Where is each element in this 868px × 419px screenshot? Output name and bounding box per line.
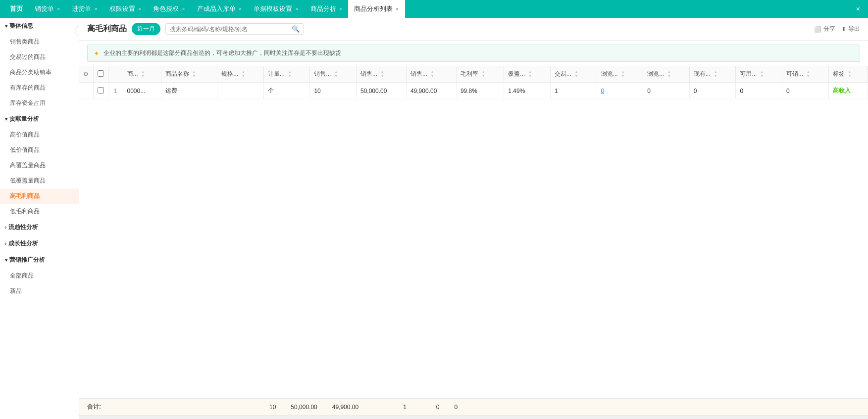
chevron-right-icon: ›: [5, 241, 6, 246]
sidebar-group-contribution[interactable]: ▾ 贡献量分析: [0, 111, 79, 127]
row-unit: 个: [263, 83, 310, 99]
close-icon[interactable]: ×: [396, 6, 399, 12]
horizontal-scrollbar[interactable]: [79, 415, 868, 419]
col-gross-rate[interactable]: 毛利率 ▲▼: [456, 66, 504, 83]
sidebar-group-overview[interactable]: ▾ 整体信息: [0, 18, 79, 34]
chevron-down-icon: ▾: [5, 23, 7, 29]
row-browse2: 0: [643, 83, 690, 99]
footer-label: 合计:: [87, 403, 101, 411]
row-name: 运费: [161, 83, 217, 99]
nav-tab-permission[interactable]: 权限设置 ×: [103, 0, 147, 18]
sidebar-item-high-margin[interactable]: 高毛利商品: [0, 188, 79, 204]
sidebar-item-high-coverage[interactable]: 高覆盖量商品: [0, 158, 79, 173]
sort-icon[interactable]: ▲▼: [714, 70, 717, 78]
sidebar-item-stock-capital[interactable]: 库存资金占用: [0, 95, 79, 111]
col-tag[interactable]: 标签 ▲▼: [828, 66, 868, 83]
sidebar-item-traded-goods[interactable]: 交易过的商品: [0, 49, 79, 65]
row-coverage: 1.49%: [504, 83, 551, 99]
close-icon[interactable]: ×: [239, 6, 242, 12]
col-browse1[interactable]: 浏览... ▲▼: [597, 66, 643, 83]
close-icon[interactable]: ×: [339, 6, 342, 12]
sidebar-item-category-rate[interactable]: 商品分类助销率: [0, 65, 79, 80]
col-current-stock[interactable]: 现有... ▲▼: [689, 66, 736, 83]
sidebar-item-sales-goods[interactable]: 销售类商品: [0, 34, 79, 49]
select-all-checkbox[interactable]: [98, 70, 104, 77]
nav-tab-product-in[interactable]: 产成品入库单 ×: [191, 0, 248, 18]
sort-icon[interactable]: ▲▼: [806, 70, 810, 78]
sidebar-item-low-coverage[interactable]: 低覆盖量商品: [0, 173, 79, 188]
row-settings: [79, 83, 93, 99]
sidebar-group-trend[interactable]: › 流趋性分析: [0, 219, 79, 235]
share-button[interactable]: ⬜ 分享: [814, 25, 835, 33]
close-icon[interactable]: ×: [57, 6, 60, 12]
header-actions: ⬜ 分享 ⬆ 导出: [814, 25, 860, 33]
sort-icon[interactable]: ▲▼: [574, 70, 578, 78]
close-icon[interactable]: ×: [94, 6, 97, 12]
row-browse1[interactable]: 0: [597, 83, 643, 99]
col-code[interactable]: 商... ▲▼: [123, 66, 161, 83]
col-coverage[interactable]: 覆盖... ▲▼: [504, 66, 551, 83]
col-settings[interactable]: ⚙: [79, 66, 93, 83]
close-icon[interactable]: ×: [182, 6, 185, 12]
sidebar-group-marketing[interactable]: ▾ 营销推广分析: [0, 252, 79, 268]
main-container: « ▾ 整体信息 销售类商品 交易过的商品 商品分类助销率 有库存的商品 库存资…: [0, 18, 868, 419]
sort-icon[interactable]: ▲▼: [667, 70, 671, 78]
col-trade[interactable]: 交易... ▲▼: [550, 66, 597, 83]
sort-icon[interactable]: ▲▼: [481, 70, 485, 78]
row-code: 0000...: [123, 83, 161, 99]
row-available: 0: [736, 83, 782, 99]
nav-tab-analysis-list[interactable]: 商品分析列表 ×: [348, 0, 405, 18]
sort-icon[interactable]: ▲▼: [528, 70, 532, 78]
table-container: ⚙ 商... ▲▼ 商品名称 ▲▼ 规格... ▲: [79, 66, 868, 398]
nav-tab-role[interactable]: 角色授权 ×: [147, 0, 191, 18]
sidebar-item-stocked-goods[interactable]: 有库存的商品: [0, 80, 79, 95]
col-name[interactable]: 商品名称 ▲▼: [161, 66, 217, 83]
sort-icon[interactable]: ▲▼: [288, 70, 292, 78]
sidebar-item-low-margin[interactable]: 低毛利商品: [0, 204, 79, 219]
window-close-button[interactable]: ×: [852, 5, 864, 13]
footer-trade: 1: [403, 404, 407, 411]
sort-icon[interactable]: ▲▼: [141, 70, 145, 78]
export-button[interactable]: ⬆ 导出: [841, 25, 860, 33]
table-header-row: ⚙ 商... ▲▼ 商品名称 ▲▼ 规格... ▲: [79, 66, 868, 83]
col-unit[interactable]: 计量... ▲▼: [263, 66, 310, 83]
nav-tab-sales[interactable]: 销货单 ×: [29, 0, 66, 18]
footer-sales-qty: 10: [269, 404, 276, 411]
sidebar-group-growth[interactable]: › 成长性分析: [0, 235, 79, 252]
search-box: 🔍: [165, 23, 304, 35]
search-icon[interactable]: 🔍: [292, 25, 300, 33]
col-browse2[interactable]: 浏览... ▲▼: [643, 66, 690, 83]
row-sellable: 0: [782, 83, 828, 99]
sidebar-item-high-value[interactable]: 高价值商品: [0, 127, 79, 142]
nav-tab-home[interactable]: 首页: [4, 0, 29, 18]
sort-icon[interactable]: ▲▼: [380, 70, 384, 78]
filter-recent-month-button[interactable]: 近一月: [132, 23, 160, 35]
nav-tab-template[interactable]: 单据模板设置 ×: [248, 0, 304, 18]
export-icon: ⬆: [841, 26, 846, 33]
sidebar-item-all-goods[interactable]: 全部商品: [0, 268, 79, 283]
sort-icon[interactable]: ▲▼: [621, 70, 625, 78]
sort-icon[interactable]: ▲▼: [760, 70, 764, 78]
col-sales-amount[interactable]: 销售... ▲▼: [357, 66, 407, 83]
sort-icon[interactable]: ▲▼: [334, 70, 338, 78]
col-sellable[interactable]: 可销... ▲▼: [782, 66, 828, 83]
search-input[interactable]: [170, 26, 292, 33]
sidebar-item-new-goods[interactable]: 新品: [0, 283, 79, 299]
sort-icon[interactable]: ▲▼: [848, 70, 852, 78]
sort-icon[interactable]: ▲▼: [192, 70, 196, 78]
row-sales-amount: 50,000.00: [357, 83, 407, 99]
nav-tab-purchase[interactable]: 进货单 ×: [66, 0, 103, 18]
nav-tab-analysis[interactable]: 商品分析 ×: [305, 0, 348, 18]
col-checkbox: [93, 66, 108, 83]
sort-icon[interactable]: ▲▼: [430, 70, 434, 78]
close-icon[interactable]: ×: [138, 6, 141, 12]
col-available[interactable]: 可用... ▲▼: [736, 66, 782, 83]
col-sales-cost[interactable]: 销售... ▲▼: [406, 66, 456, 83]
sidebar-item-low-value[interactable]: 低价值商品: [0, 142, 79, 158]
sort-icon[interactable]: ▲▼: [242, 70, 246, 78]
col-spec[interactable]: 规格... ▲▼: [217, 66, 264, 83]
col-sales-qty[interactable]: 销售... ▲▼: [310, 66, 357, 83]
notice-icon: ✦: [94, 49, 100, 57]
row-checkbox[interactable]: [98, 87, 104, 93]
close-icon[interactable]: ×: [295, 6, 298, 12]
